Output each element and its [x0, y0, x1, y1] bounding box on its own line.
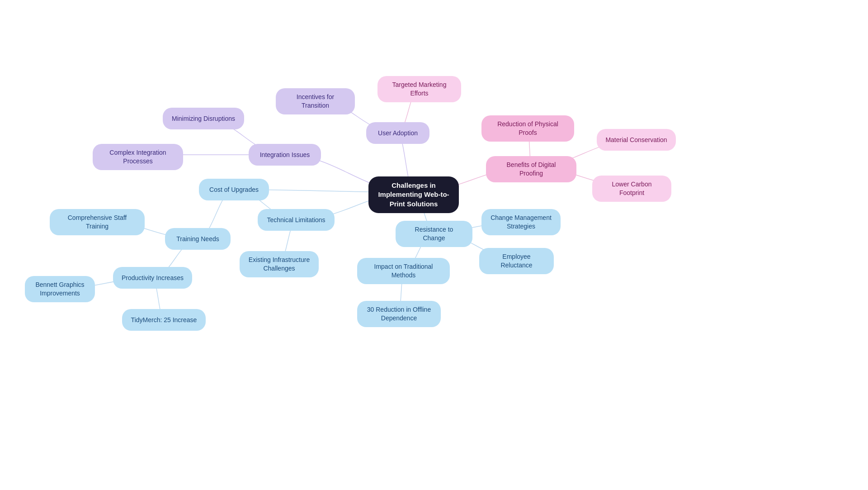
node-cost_upgrades: Cost of Upgrades: [199, 179, 269, 200]
node-comprehensive_staff: Comprehensive Staff Training: [50, 209, 145, 235]
node-tidymerch: TidyMerch: 25 Increase: [122, 309, 206, 331]
node-bennett_graphics: Bennett Graphics Improvements: [25, 276, 95, 302]
node-change_management: Change Management Strategies: [481, 209, 561, 235]
node-center: Challenges in Implementing Web-to-Print …: [368, 176, 459, 213]
node-benefits_digital: Benefits of Digital Proofing: [486, 156, 576, 182]
mindmap-container: Challenges in Implementing Web-to-Print …: [0, 0, 868, 490]
node-targeted_marketing: Targeted Marketing Efforts: [377, 76, 461, 102]
node-complex_integration: Complex Integration Processes: [93, 144, 183, 170]
node-employee_reluctance: Employee Reluctance: [479, 248, 554, 274]
node-reduction_offline: 30 Reduction in Offline Dependence: [357, 301, 441, 327]
node-resistance_change: Resistance to Change: [396, 221, 472, 247]
node-user_adoption: User Adoption: [366, 122, 429, 144]
node-incentives_transition: Incentives for Transition: [276, 88, 355, 114]
node-training_needs: Training Needs: [165, 228, 231, 250]
node-technical_limitations: Technical Limitations: [258, 209, 335, 231]
node-integration_issues: Integration Issues: [249, 144, 321, 166]
node-existing_infra: Existing Infrastructure Challenges: [240, 251, 319, 277]
node-material_conservation: Material Conservation: [597, 129, 676, 151]
node-lower_carbon: Lower Carbon Footprint: [592, 176, 671, 202]
node-productivity: Productivity Increases: [113, 267, 192, 289]
node-reduction_physical: Reduction of Physical Proofs: [481, 115, 574, 142]
node-impact_traditional: Impact on Traditional Methods: [357, 258, 450, 284]
node-minimizing_disruptions: Minimizing Disruptions: [163, 108, 244, 129]
